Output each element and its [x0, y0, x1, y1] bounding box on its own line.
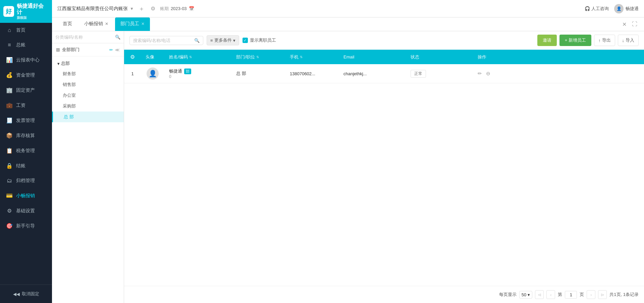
sidebar-item-label: 库存核算: [16, 133, 35, 139]
tab-home[interactable]: 首页: [57, 17, 77, 31]
dept-search-input[interactable]: [55, 35, 114, 40]
page-total: 共1页, 1条记录: [609, 292, 639, 298]
tabs-window-controls: ✕ ⛶: [621, 20, 639, 29]
add-employee-button[interactable]: + 新增员工: [559, 35, 591, 46]
assets-icon: 🏢: [6, 87, 13, 93]
close-window-icon[interactable]: ✕: [621, 20, 628, 29]
export-button[interactable]: ↑ 导出: [594, 35, 615, 46]
th-phone[interactable]: 手机 ⇅: [285, 50, 339, 64]
dept-item-sales[interactable]: 销售部: [52, 79, 124, 90]
prev-page-button[interactable]: ‹: [546, 290, 555, 299]
employee-toolbar: 🔍 ≡ 更多条件 ▾ ✓ 显示离职员工 邀请 + 新增员工: [124, 31, 644, 50]
sidebar-item-tax[interactable]: 📋 税务管理: [0, 143, 52, 158]
service-button[interactable]: 🎧 人工咨询: [585, 6, 609, 12]
employee-search-input[interactable]: [133, 38, 193, 43]
import-icon: ↓: [622, 38, 625, 43]
last-page-button[interactable]: ⊳: [598, 290, 607, 299]
tab-xiaochang-close-icon[interactable]: ✕: [105, 21, 108, 26]
sidebar-item-ledger[interactable]: ≡ 总账: [0, 38, 52, 52]
sidebar-item-xiaochang[interactable]: 💳 小畅报销: [0, 188, 52, 203]
sidebar-item-archive[interactable]: 🗂 归档管理: [0, 173, 52, 188]
next-page-button[interactable]: ›: [587, 290, 595, 299]
employee-table: ⚙ 头像 姓名/编码 ⇅: [124, 50, 644, 83]
sidebar-item-label: 新手引导: [16, 223, 35, 229]
current-page-input[interactable]: 1: [565, 291, 577, 299]
dept-search-icon[interactable]: 🔍: [115, 35, 120, 40]
triangle-down-icon: ▾: [57, 61, 60, 66]
sidebar-item-inventory[interactable]: 📦 库存核算: [0, 128, 52, 143]
th-settings[interactable]: ⚙: [124, 50, 141, 64]
sort-name-icon: ⇅: [189, 55, 192, 59]
avatar: 👤: [614, 4, 624, 13]
sidebar-item-salary[interactable]: 💼 工资: [0, 98, 52, 113]
tab-dept-close-icon[interactable]: ✕: [141, 21, 145, 26]
app-version: 旗舰版: [17, 15, 49, 20]
row-avatar: 👤: [141, 64, 164, 83]
edit-icon[interactable]: ✏: [478, 71, 482, 77]
dept-group-all[interactable]: ▾ 总部: [52, 58, 124, 69]
employee-search-icon[interactable]: 🔍: [194, 38, 200, 43]
sidebar-bottom: ◀◀ 取消固定: [0, 285, 52, 303]
select-arrow-icon: ▾: [528, 292, 530, 297]
employee-name-container: 畅捷通 部: [169, 68, 227, 74]
pagination: 每页显示 50 ▾ ⊲ ‹ 第 1 页 › ⊳ 共1页, 1条记录: [124, 286, 644, 303]
dept-tree: ▾ 总部 财务部 销售部 办公室 采购部 总 部: [52, 56, 124, 303]
sidebar-item-assets[interactable]: 🏢 固定资产: [0, 83, 52, 98]
row-status: 正常: [406, 64, 473, 83]
app-name: 畅捷通好会计: [17, 3, 49, 15]
user-menu[interactable]: 👤 畅捷通: [614, 4, 639, 13]
page-size-select[interactable]: 50 ▾: [519, 291, 532, 299]
add-company-button[interactable]: ＋: [137, 3, 146, 14]
employee-table-body: 1 👤 畅捷通: [124, 64, 644, 83]
cancel-fixed-button[interactable]: ◀◀ 取消固定: [0, 288, 52, 300]
maximize-window-icon[interactable]: ⛶: [631, 20, 639, 29]
sidebar-item-guide[interactable]: 🎯 新手引导: [0, 218, 52, 233]
tab-home-label: 首页: [63, 21, 72, 27]
tab-xiaochang[interactable]: 小畅报销 ✕: [79, 17, 114, 31]
period-value: 2023-03: [171, 6, 187, 11]
th-dept-position[interactable]: 部门/职位 ⇅: [231, 50, 285, 64]
employee-avatar: 👤: [147, 68, 159, 80]
first-page-button[interactable]: ⊲: [535, 290, 544, 299]
export-icon: ↑: [598, 38, 601, 43]
sidebar: 好 畅捷通好会计 旗舰版 ⌂ 首页 ≡ 总账 📊 云报表中心 💰 资金管理 🏢 …: [0, 0, 52, 303]
calendar-icon[interactable]: 📅: [189, 6, 194, 11]
tab-dept-employee[interactable]: 部门员工 ✕: [115, 17, 150, 31]
dept-collapse-icon[interactable]: ≪: [115, 47, 120, 52]
sidebar-item-finance[interactable]: 💰 资金管理: [0, 68, 52, 83]
employee-code: 0: [169, 74, 227, 79]
dept-item-general[interactable]: 总 部: [52, 112, 124, 122]
th-action: 操作: [473, 50, 644, 64]
sidebar-item-home[interactable]: ⌂ 首页: [0, 23, 52, 38]
company-selector[interactable]: 江西服宝精品有限责任公司内账张 ▼: [57, 6, 134, 12]
dept-edit-icon[interactable]: ✏: [109, 47, 113, 52]
company-arrow-icon: ▼: [130, 6, 134, 11]
th-status: 状态: [406, 50, 473, 64]
invoice-icon: 🧾: [6, 117, 13, 124]
content-area: 🔍 ⊞ 全部部门 ✏ ≪ ▾ 总部 财务部 销售部: [52, 31, 644, 303]
show-resigned-checkbox[interactable]: ✓: [243, 38, 248, 43]
grid-icon: ⊞: [56, 47, 60, 52]
employee-search-box: 🔍: [129, 36, 203, 45]
invite-button[interactable]: 邀请: [537, 35, 557, 46]
sidebar-item-invoice[interactable]: 🧾 发票管理: [0, 113, 52, 128]
settings-button[interactable]: ⚙: [149, 4, 157, 13]
sidebar-item-reports[interactable]: 📊 云报表中心: [0, 52, 52, 68]
action-icons: ✏ ⊖: [478, 71, 639, 77]
tab-xiaochang-label: 小畅报销: [84, 21, 103, 27]
import-button[interactable]: ↓ 导入: [618, 35, 639, 46]
dept-item-finance[interactable]: 财务部: [52, 69, 124, 79]
th-name-code[interactable]: 姓名/编码 ⇅: [164, 50, 231, 64]
archive-icon: 🗂: [6, 178, 13, 184]
logout-icon[interactable]: ⊖: [486, 71, 490, 77]
tabs-bar: 首页 小畅报销 ✕ 部门员工 ✕ ✕ ⛶: [52, 17, 644, 31]
table-settings-icon[interactable]: ⚙: [130, 54, 135, 60]
sidebar-item-close[interactable]: 🔒 结账: [0, 158, 52, 173]
dept-item-purchase[interactable]: 采购部: [52, 101, 124, 112]
show-resigned-toggle: ✓ 显示离职员工: [243, 37, 276, 43]
sidebar-item-label: 小畅报销: [16, 193, 35, 199]
dept-item-office[interactable]: 办公室: [52, 90, 124, 101]
sidebar-item-basic[interactable]: ⚙ 基础设置: [0, 203, 52, 218]
more-filter-button[interactable]: ≡ 更多条件 ▾: [207, 35, 239, 45]
row-name-code: 畅捷通 部 0: [164, 64, 231, 83]
